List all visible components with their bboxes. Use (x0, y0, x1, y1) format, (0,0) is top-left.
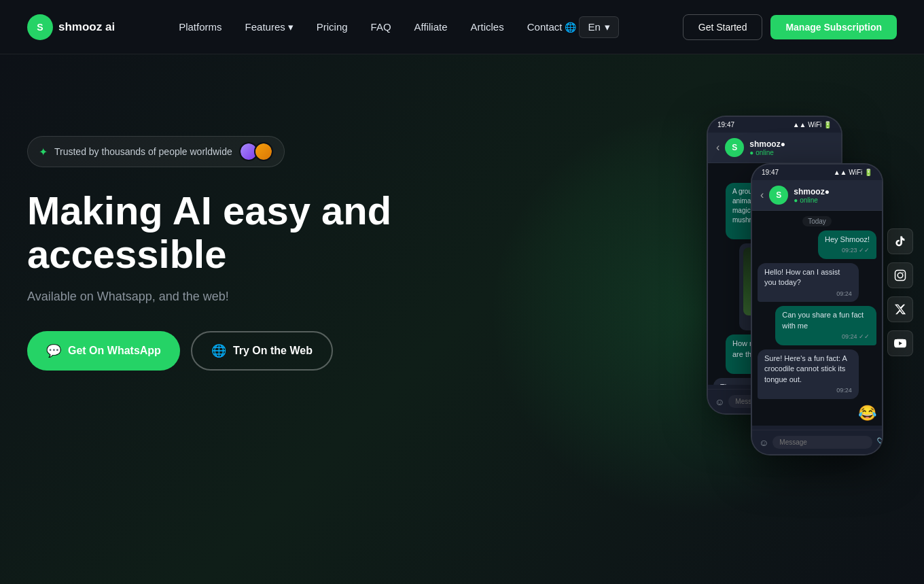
avatar-2 (254, 142, 273, 161)
twitter-x-icon[interactable] (887, 296, 913, 322)
hero-content: ✦ Trusted by thousands of people worldwi… (27, 95, 391, 371)
translate-icon: 🌐 (565, 22, 576, 33)
nav-contact[interactable]: Contact 🌐 En ▾ (518, 11, 628, 44)
chat-msg-1: Hello! How can I assist you today? 09:24 (758, 263, 859, 302)
youtube-icon[interactable] (887, 330, 913, 356)
nav-pricing[interactable]: Pricing (307, 16, 357, 38)
hero-buttons: 💬 Get On WhatsApp 🌐 Try On the Web (27, 331, 391, 371)
svg-point-3 (898, 273, 903, 278)
logo[interactable]: S shmooz ai (27, 14, 115, 40)
nav-features[interactable]: Features ▾ (236, 16, 303, 39)
status-icons-front: ▲▲ WiFi 🔋 (834, 169, 872, 176)
back-arrow-icon-front[interactable]: ‹ (760, 189, 764, 201)
globe-icon: 🌐 (211, 343, 226, 358)
svg-text:S: S (37, 22, 43, 33)
manage-subscription-button[interactable]: Manage Subscription (770, 15, 897, 39)
nav-faq[interactable]: FAQ (361, 16, 401, 38)
get-started-button[interactable]: Get Started (683, 14, 763, 40)
back-arrow-icon[interactable]: ‹ (716, 141, 719, 154)
chat-msg-3: Sure! Here's a fun fact: A crocodile can… (758, 349, 859, 399)
tiktok-icon[interactable] (887, 228, 913, 254)
status-time-back: 19:47 (717, 121, 734, 128)
nav-right: Get Started Manage Subscription (683, 14, 897, 40)
contact-avatar-front: S (769, 186, 788, 205)
phone-mockup-front: 19:47 ▲▲ WiFi 🔋 ‹ S shmooz● ● online Tod… (751, 163, 883, 456)
chevron-down-icon: ▾ (605, 21, 610, 33)
try-on-web-button[interactable]: 🌐 Try On the Web (191, 331, 333, 371)
emoji-icon[interactable]: ☺ (715, 396, 724, 407)
social-sidebar (887, 228, 913, 356)
chat-input-bar-front: ☺ 📎 📷 🎤 (752, 430, 882, 454)
avatar-stack (239, 142, 273, 161)
chat-msg-0: Hey Shmooz! 09:23 ✓✓ (818, 230, 876, 259)
hero-section: ✦ Trusted by thousands of people worldwi… (0, 54, 924, 584)
svg-point-4 (902, 272, 904, 273)
main-nav: S shmooz ai Platforms Features ▾ Pricing… (0, 0, 924, 54)
chat-area-front: Today Hey Shmooz! 09:23 ✓✓ Hello! How ca… (752, 211, 882, 426)
contact-avatar-back: S (725, 138, 744, 157)
instagram-icon[interactable] (887, 262, 913, 288)
status-icons-back: ▲▲ WiFi 🔋 (793, 121, 832, 128)
nav-affiliate[interactable]: Affiliate (405, 16, 457, 38)
chat-msg-2: Can you share a fun fact with me 09:24 ✓… (775, 306, 876, 345)
hero-subtitle: Available on Whatsapp, and the web! (27, 290, 391, 304)
get-on-whatsapp-button[interactable]: 💬 Get On WhatsApp (27, 331, 180, 371)
status-time-front: 19:47 (762, 169, 779, 176)
trusted-badge: ✦ Trusted by thousands of people worldwi… (27, 136, 285, 167)
language-selector[interactable]: En ▾ (579, 16, 618, 38)
svg-rect-2 (895, 270, 906, 280)
nav-articles[interactable]: Articles (461, 16, 514, 38)
chat-msg-4: 😂 09:24 (858, 403, 876, 426)
sparkle-icon: ✦ (39, 145, 48, 158)
logo-text: shmooz ai (58, 20, 115, 34)
trusted-badge-text: Trusted by thousands of people worldwide (54, 146, 232, 157)
nav-platforms[interactable]: Platforms (169, 16, 231, 38)
whatsapp-icon: 💬 (46, 343, 61, 358)
hero-title: Making AI easy and accessible (27, 189, 391, 276)
nav-links: Platforms Features ▾ Pricing FAQ Affilia… (169, 11, 628, 44)
emoji-icon-front[interactable]: ☺ (759, 437, 768, 448)
chevron-down-icon: ▾ (288, 21, 294, 33)
chat-input-front[interactable] (772, 436, 872, 449)
attachment-icon-front[interactable]: 📎 (876, 437, 883, 448)
hero-visual: 19:47 ▲▲ WiFi 🔋 ‹ S shmooz● ● online Tod… (462, 75, 924, 551)
